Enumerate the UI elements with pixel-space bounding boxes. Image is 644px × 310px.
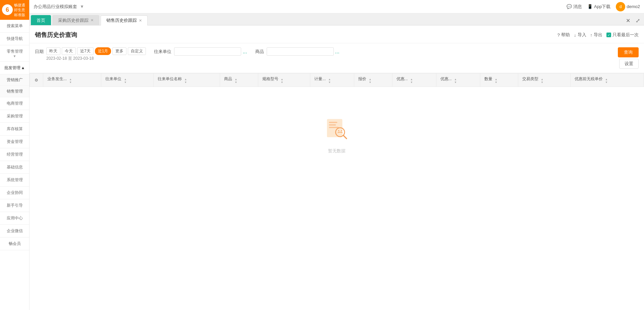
export-button[interactable]: ↑ 导出 [590, 32, 603, 38]
account-selector[interactable]: 办公用品行业模拟账套 [34, 4, 77, 10]
product-select-icon[interactable]: ... [335, 49, 339, 55]
date-buttons: 昨天 今天 近7天 近1月 更多 自定义 [46, 47, 146, 55]
th-spec[interactable]: 规格型号 ▲▼ [258, 73, 310, 87]
tab-purchase-history[interactable]: 采购历史价跟踪 ✕ [52, 15, 99, 25]
sidebar-item-purchase[interactable]: 采购管理 [0, 110, 29, 123]
sidebar-item-retail[interactable]: 零售管理 ▼ [0, 45, 29, 62]
query-button[interactable]: 查询 [618, 47, 639, 57]
th-quantity[interactable]: 数量 ▲▼ [480, 73, 518, 87]
top-header-left: 办公用品行业模拟账套 ▼ [34, 4, 84, 10]
sidebar: 6 畅捷通好生意 标准版 搜索菜单 快捷导航 零售管理 ▼ 批发管理 ▲ 营销推… [0, 0, 30, 310]
date-btn-yesterday[interactable]: 昨天 [46, 47, 60, 55]
sidebar-item-guide[interactable]: 新手引导 [0, 199, 29, 212]
maximize-tab-button[interactable]: ⤢ [634, 16, 641, 25]
sidebar-item-enterprise[interactable]: 企业协同 [0, 187, 29, 199]
sidebar-item-basic[interactable]: 基础信息 [0, 161, 29, 174]
sidebar-item-system[interactable]: 系统管理 [0, 174, 29, 187]
sidebar-item-operations[interactable]: 经营管理 [0, 148, 29, 161]
sidebar-item-shortcut[interactable]: 快捷导航 [0, 33, 29, 45]
close-sales-tab-icon[interactable]: ✕ [139, 18, 142, 23]
sidebar-item-finance[interactable]: 资金管理 [0, 136, 29, 148]
sidebar-item-wholesale[interactable]: 批发管理 ▲ [0, 62, 29, 74]
settings-button[interactable]: 设置 [619, 59, 639, 69]
close-tab-button[interactable]: ✕ [625, 16, 632, 25]
product-input-wrapper: ... [267, 47, 339, 56]
date-options: 昨天 今天 近7天 近1月 更多 自定义 2023-02-18 至 2023-0… [46, 47, 146, 61]
tab-home[interactable]: 首页 [31, 15, 51, 25]
sort-icon: ▲▼ [541, 78, 543, 84]
account-dropdown-icon[interactable]: ▼ [80, 4, 84, 9]
svg-rect-1 [329, 122, 337, 123]
import-icon: ↓ [574, 33, 576, 38]
sidebar-item-member[interactable]: 畅会员 [0, 238, 29, 250]
sidebar-item-sales[interactable]: 销售管理 [0, 86, 29, 97]
date-label: 日期 [35, 47, 44, 55]
help-button[interactable]: ? 帮助 [557, 32, 570, 38]
th-discount2[interactable]: 优惠... ▲▼ [436, 73, 480, 87]
table-container: ⚙ 业务发生... ▲▼ 往来单位 ▲▼ 往来单位名称 ▲▼ 商品 ▲▼ [30, 73, 644, 181]
import-button[interactable]: ↓ 导入 [574, 32, 586, 38]
sort-icon: ▲▼ [369, 78, 372, 84]
partner-select-icon[interactable]: ... [243, 49, 247, 55]
sidebar-item-ecommerce[interactable]: 电商管理 [0, 97, 29, 110]
tab-sales-history[interactable]: 销售历史价跟踪 ✕ [101, 15, 148, 25]
sort-icon: ▲▼ [605, 78, 608, 84]
app-download-button[interactable]: 📱 App下载 [587, 4, 610, 10]
th-partner-code[interactable]: 往来单位 ▲▼ [101, 73, 154, 87]
user-menu[interactable]: d demo2 [616, 2, 640, 11]
sidebar-item-apps[interactable]: 应用中心 [0, 212, 29, 225]
product-input[interactable] [267, 47, 334, 56]
empty-text: 暂无数据 [328, 148, 345, 154]
date-btn-7days[interactable]: 近7天 [77, 47, 94, 55]
message-button[interactable]: 💬 消息 [567, 4, 582, 10]
th-biz-date[interactable]: 业务发生... ▲▼ [43, 73, 101, 87]
svg-point-6 [338, 130, 339, 131]
page-content: 销售历史价查询 ? 帮助 ↓ 导入 ↑ 导出 ✓ 只看最后一次 [30, 25, 644, 310]
avatar: d [616, 2, 625, 11]
th-pre-tax-price[interactable]: 优惠前无税单价 ▲▼ [570, 73, 644, 87]
sort-icon: ▲▼ [328, 78, 331, 84]
close-purchase-tab-icon[interactable]: ✕ [91, 18, 94, 22]
th-product[interactable]: 商品 ▲▼ [220, 73, 258, 87]
export-icon: ↑ [590, 33, 593, 38]
tabs-bar: 首页 采购历史价跟踪 ✕ 销售历史价跟踪 ✕ ✕ ⤢ [30, 13, 644, 25]
partner-filter-group: 往来单位 ... [154, 47, 247, 56]
date-btn-1month[interactable]: 近1月 [95, 47, 111, 55]
data-table: ⚙ 业务发生... ▲▼ 往来单位 ▲▼ 往来单位名称 ▲▼ 商品 ▲▼ [30, 73, 644, 87]
page-actions: ? 帮助 ↓ 导入 ↑ 导出 ✓ 只看最后一次 [557, 32, 639, 38]
checkbox-checked-icon: ✓ [606, 33, 611, 37]
sort-icon: ▲▼ [495, 78, 497, 84]
chevron-down-icon: ▼ [1, 54, 28, 58]
th-quoted-price[interactable]: 报价 ▲▼ [354, 73, 392, 87]
date-btn-more[interactable]: 更多 [112, 47, 126, 55]
main-area: 办公用品行业模拟账套 ▼ 💬 消息 📱 App下载 d demo2 首页 采购历… [30, 0, 644, 310]
empty-state: 暂无数据 [30, 87, 644, 181]
table-header: ⚙ 业务发生... ▲▼ 往来单位 ▲▼ 往来单位名称 ▲▼ 商品 ▲▼ [30, 73, 644, 87]
help-icon: ? [557, 33, 560, 38]
sidebar-item-search[interactable]: 搜索菜单 [0, 20, 29, 33]
th-unit[interactable]: 计量... ▲▼ [310, 73, 354, 87]
top-header-right: 💬 消息 📱 App下载 d demo2 [567, 2, 640, 11]
table-header-row: ⚙ 业务发生... ▲▼ 往来单位 ▲▼ 往来单位名称 ▲▼ 商品 ▲▼ [30, 73, 644, 87]
sort-icon: ▲▼ [184, 78, 187, 84]
sort-icon: ▲▼ [281, 78, 283, 84]
empty-illustration [320, 114, 354, 144]
sidebar-item-wechat[interactable]: 企业微信 [0, 225, 29, 238]
product-label: 商品 [255, 47, 264, 55]
product-filter-group: 商品 ... [255, 47, 339, 56]
partner-input[interactable] [174, 47, 241, 56]
filter-actions: 查询 设置 [618, 47, 639, 69]
download-icon: 📱 [587, 4, 593, 9]
sidebar-item-marketing[interactable]: 营销推广 [0, 74, 29, 86]
only-last-checkbox[interactable]: ✓ 只看最后一次 [606, 32, 639, 38]
sidebar-item-inventory[interactable]: 库存核算 [0, 123, 29, 136]
th-discount1[interactable]: 优惠... ▲▼ [392, 73, 436, 87]
svg-rect-3 [329, 127, 339, 128]
date-btn-custom[interactable]: 自定义 [128, 47, 146, 55]
th-trade-type[interactable]: 交易类型 ▲▼ [518, 73, 571, 87]
th-partner-name[interactable]: 往来单位名称 ▲▼ [154, 73, 220, 87]
column-settings-icon[interactable]: ⚙ [35, 78, 38, 83]
top-header: 办公用品行业模拟账套 ▼ 💬 消息 📱 App下载 d demo2 [30, 0, 644, 13]
date-btn-today[interactable]: 今天 [62, 47, 76, 55]
app-logo[interactable]: 6 畅捷通好生意 标准版 [0, 0, 29, 20]
